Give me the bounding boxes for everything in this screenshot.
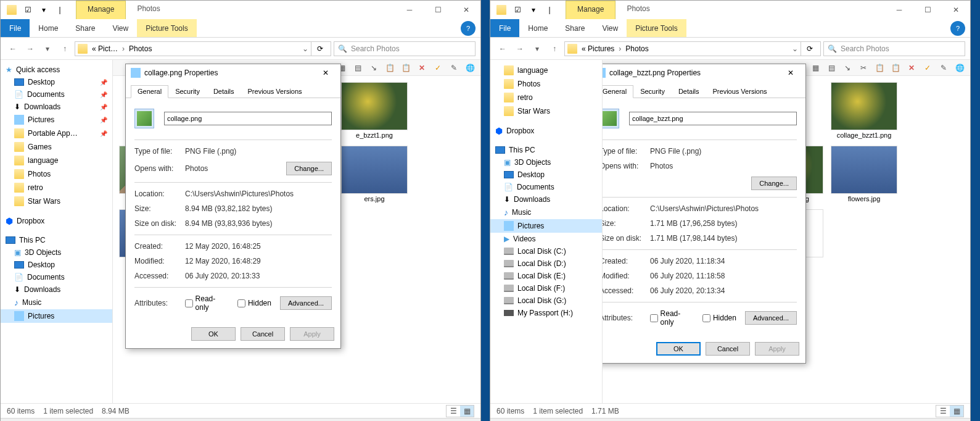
close-button[interactable]: ✕: [942, 1, 970, 19]
tab-previous-versions[interactable]: Previous Versions: [706, 85, 774, 98]
sidebar-item-3d-objects[interactable]: ▣3D Objects: [490, 156, 602, 169]
apply-button[interactable]: Apply: [290, 327, 334, 341]
qat-dropdown-icon[interactable]: ▾: [526, 2, 541, 17]
file-item[interactable]: ers.jpg: [339, 146, 410, 203]
rename-icon[interactable]: ✎: [447, 62, 461, 74]
address-bar[interactable]: « Pict… › Photos ⌄ ⟳: [75, 41, 331, 56]
tab-previous-versions[interactable]: Previous Versions: [241, 85, 309, 98]
sidebar-item-photos[interactable]: Photos: [1, 167, 112, 181]
history-dropdown-icon[interactable]: ▾: [530, 41, 545, 56]
minimize-button[interactable]: ─: [885, 1, 913, 19]
chevron-down-icon[interactable]: ⌄: [302, 44, 308, 53]
tab-picture-tools[interactable]: Picture Tools: [627, 19, 686, 37]
readonly-checkbox[interactable]: Read-only: [650, 309, 694, 327]
sidebar-group-this-pc[interactable]: This PC: [1, 234, 112, 246]
tab-home[interactable]: Home: [30, 19, 67, 37]
ok-button[interactable]: OK: [191, 327, 236, 341]
dialog-title-bar[interactable]: collage.png Properties ✕: [126, 64, 340, 81]
breadcrumb-segment[interactable]: Photos: [127, 44, 154, 53]
back-button[interactable]: ←: [495, 41, 510, 56]
sidebar-item-my-passport[interactable]: My Passport (H:): [490, 307, 602, 319]
chevron-right-icon[interactable]: ›: [122, 44, 125, 53]
rename-icon[interactable]: ✎: [937, 62, 950, 74]
sidebar-item-downloads[interactable]: ⬇Downloads: [490, 193, 602, 206]
sidebar-item-local-disk-f[interactable]: Local Disk (F:): [490, 282, 602, 294]
sidebar-item-local-disk-d[interactable]: Local Disk (D:): [490, 257, 602, 270]
cancel-button[interactable]: Cancel: [241, 327, 285, 341]
sidebar-item-downloads[interactable]: ⬇Downloads📌: [1, 101, 112, 113]
sidebar-item-pictures[interactable]: Pictures: [1, 309, 112, 323]
sidebar-item-music[interactable]: ♪Music: [1, 296, 112, 309]
sidebar-item-games[interactable]: Games: [1, 140, 112, 154]
filename-input[interactable]: [629, 112, 797, 125]
sidebar-item-language[interactable]: language: [1, 154, 112, 167]
up-button[interactable]: ↑: [57, 41, 72, 56]
sidebar-item-3d-objects[interactable]: ▣3D Objects: [1, 246, 112, 259]
ok-button[interactable]: OK: [656, 342, 701, 356]
chevron-right-icon[interactable]: ›: [619, 44, 621, 53]
view-toggle[interactable]: ☰▦: [936, 405, 964, 417]
sidebar-item-retro[interactable]: retro: [1, 181, 112, 194]
delete-icon[interactable]: ✕: [415, 62, 429, 74]
file-item[interactable]: collage_bzzt1.png: [828, 82, 900, 140]
help-icon[interactable]: ?: [461, 21, 476, 36]
globe-icon[interactable]: 🌐: [953, 62, 966, 74]
delete-icon[interactable]: ✕: [905, 62, 918, 74]
tab-view[interactable]: View: [104, 19, 137, 37]
tab-details[interactable]: Details: [207, 85, 241, 98]
sidebar-item-desktop[interactable]: Desktop📌: [1, 76, 112, 88]
tab-general[interactable]: General: [131, 85, 168, 98]
change-button[interactable]: Change...: [751, 177, 797, 190]
sidebar-item-desktop[interactable]: Desktop: [1, 259, 112, 271]
history-dropdown-icon[interactable]: ▾: [40, 41, 55, 56]
copy-icon[interactable]: 📋: [383, 62, 397, 74]
sidebar-item-videos[interactable]: ▶Videos: [490, 233, 602, 245]
maximize-button[interactable]: ☐: [913, 1, 942, 19]
up-button[interactable]: ↑: [547, 41, 562, 56]
apply-button[interactable]: Apply: [755, 342, 799, 356]
file-item[interactable]: e_bzzt1.png: [339, 82, 410, 140]
sort-icon[interactable]: ▤: [825, 62, 838, 74]
tab-security[interactable]: Security: [168, 85, 207, 98]
breadcrumb-segment[interactable]: Photos: [624, 44, 650, 53]
globe-icon[interactable]: 🌐: [463, 62, 477, 74]
tab-file[interactable]: File: [1, 19, 30, 37]
help-icon[interactable]: ?: [950, 21, 965, 36]
breadcrumb-segment[interactable]: « Pictures: [580, 44, 616, 53]
refresh-button[interactable]: ⟳: [801, 41, 818, 56]
sidebar-item-language[interactable]: language: [490, 64, 602, 77]
sidebar-item-star-wars[interactable]: Star Wars: [490, 104, 602, 118]
sidebar-group-quick-access[interactable]: ★Quick access: [1, 64, 112, 76]
dialog-title-bar[interactable]: collage_bzzt.png Properties ✕: [603, 64, 805, 81]
properties-icon[interactable]: ☑: [510, 2, 525, 17]
breadcrumb-segment[interactable]: « Pict…: [90, 44, 120, 53]
tab-file[interactable]: File: [490, 19, 519, 37]
sidebar-group-dropbox[interactable]: ⬢Dropbox: [1, 214, 112, 228]
sidebar-group-this-pc[interactable]: This PC: [490, 144, 602, 156]
properties-icon[interactable]: ☑: [20, 2, 35, 17]
sidebar-group-dropbox[interactable]: ⬢Dropbox: [490, 124, 602, 138]
file-item[interactable]: flowers.jpg: [828, 146, 900, 203]
arrow-icon[interactable]: ↘: [367, 62, 381, 74]
maximize-button[interactable]: ☐: [424, 1, 452, 19]
sidebar-item-local-disk-c[interactable]: Local Disk (C:): [490, 245, 602, 257]
arrow-icon[interactable]: ↘: [841, 62, 854, 74]
forward-button[interactable]: →: [513, 41, 527, 56]
tab-general[interactable]: General: [603, 85, 633, 98]
tab-details[interactable]: Details: [672, 85, 706, 98]
hidden-checkbox[interactable]: Hidden: [237, 299, 271, 307]
address-bar[interactable]: « Pictures › Photos ⌄ ⟳: [564, 41, 821, 56]
cancel-button[interactable]: Cancel: [706, 342, 750, 356]
copy-icon[interactable]: 📋: [873, 62, 886, 74]
sidebar-item-desktop[interactable]: Desktop: [490, 169, 602, 181]
manage-contextual-tab[interactable]: Manage: [76, 1, 126, 19]
check-icon[interactable]: ✓: [431, 62, 445, 74]
back-button[interactable]: ←: [6, 41, 20, 56]
check-icon[interactable]: ✓: [921, 62, 934, 74]
sidebar-item-documents[interactable]: 📄Documents: [1, 271, 112, 283]
manage-contextual-tab[interactable]: Manage: [566, 1, 616, 19]
sidebar-item-local-disk-e[interactable]: Local Disk (E:): [490, 270, 602, 282]
tab-picture-tools[interactable]: Picture Tools: [137, 19, 196, 37]
sidebar-item-portable-app[interactable]: Portable App…📌: [1, 127, 112, 140]
refresh-button[interactable]: ⟳: [311, 41, 328, 56]
